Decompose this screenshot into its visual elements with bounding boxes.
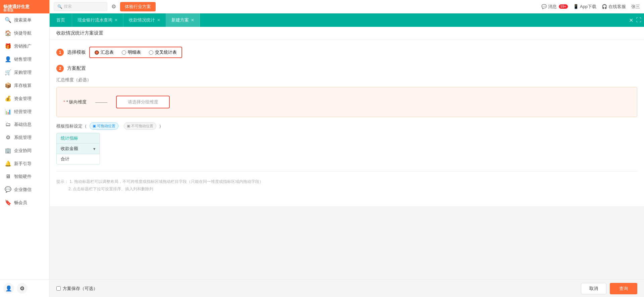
message-item[interactable]: 💬 消息 99+ <box>541 4 568 10</box>
online-service-item[interactable]: 🎧 在线客服 <box>602 4 626 10</box>
template-radio-group: 汇总表 明细表 交叉统计表 <box>89 47 182 58</box>
settings-gear-icon[interactable]: ⚙ <box>110 3 117 10</box>
sidebar-item-wechat[interactable]: 💬 企业微信 <box>0 183 49 196</box>
dimension-selector[interactable]: 请选择分组维度 <box>116 96 170 108</box>
sidebar-item-operations[interactable]: 📊 经营管理 <box>0 105 49 118</box>
metrics-section: 模板指标设定（ ▣ 可拖动位置 ▣ 不可拖动位置 ） <box>56 122 637 164</box>
sidebar-label-marketing: 营销推广 <box>14 43 32 49</box>
basic-info-icon: 🗂 <box>5 121 11 128</box>
maximize-icon[interactable]: ⛶ <box>636 17 641 23</box>
app-download-item[interactable]: 📱 App下载 <box>573 4 596 10</box>
bottom-bar: 方案保存（可选） 取消 查询 <box>50 280 644 297</box>
close-window-icon[interactable]: ✕ <box>629 17 633 23</box>
sidebar-item-inventory[interactable]: 📦 库存核算 <box>0 79 49 92</box>
metric-dropdown-icon[interactable]: ▾ <box>93 146 96 151</box>
message-icon: 💬 <box>541 4 547 9</box>
tab-payment-stats[interactable]: 收款情况统计✕ <box>123 13 166 27</box>
tab-label-payment-stats: 收款情况统计 <box>129 17 155 23</box>
radio-cross-label: 交叉统计表 <box>155 49 177 55</box>
radio-cross[interactable]: 交叉统计表 <box>149 49 177 55</box>
radio-summary[interactable]: 汇总表 <box>95 49 114 55</box>
radio-detail[interactable]: 明细表 <box>122 49 141 55</box>
tip-2: 2. 点击标题栏下拉可设置排序、插入列和删除列 <box>56 186 637 193</box>
sidebar-item-sales[interactable]: 👤 销售管理 <box>0 53 49 66</box>
tip-1: 提示： 1. 拖动标题栏可以调整布局，不可跨维度或指标区域拖动栏目字段（只能在同… <box>56 178 637 186</box>
settings-icon[interactable]: ⚙ <box>17 283 28 294</box>
tab-label-home: 首页 <box>56 17 65 23</box>
sidebar-label-hardware: 智能硬件 <box>14 174 32 180</box>
topbar-right: 💬 消息 99+ 📱 App下载 🎧 在线客服 张三 <box>541 4 640 10</box>
search-placeholder-text: 搜索 <box>64 4 72 9</box>
service-label: 在线客服 <box>608 4 626 10</box>
tab-home[interactable]: 首页 <box>50 13 72 27</box>
sidebar-bottom: 👤 ⚙ <box>0 279 49 297</box>
save-checkbox[interactable] <box>56 286 61 291</box>
metric-subtotal-row: 合计 <box>57 154 100 164</box>
sidebar-item-marketing[interactable]: 🎁 营销推广 <box>0 40 49 53</box>
service-icon: 🎧 <box>602 4 607 9</box>
sidebar-item-finance[interactable]: 💰 资金管理 <box>0 92 49 105</box>
stat-label: 统计指标 <box>61 135 78 141</box>
tab-close-bank-flow[interactable]: ✕ <box>114 18 118 22</box>
sidebar-label-purchase: 采购管理 <box>14 69 32 76</box>
sidebar-label-wechat: 企业微信 <box>14 187 32 193</box>
radio-summary-label: 汇总表 <box>101 49 114 55</box>
metrics-header-label: 模板指标设定（ <box>56 123 87 129</box>
sidebar-item-guide[interactable]: 🔔 新手引导 <box>0 157 49 170</box>
step1-title: 选择模板 <box>67 49 86 55</box>
tab-bank-flow[interactable]: 现金银行流水查询✕ <box>72 13 123 27</box>
tab-close-new-plan[interactable]: ✕ <box>191 18 194 22</box>
sidebar-item-basic-info[interactable]: 🗂 基础信息 <box>0 118 49 131</box>
user-avatar[interactable]: 👤 <box>3 283 14 294</box>
sidebar-item-quick-nav[interactable]: 🏠 快捷导航 <box>0 27 49 40</box>
tabbar: 首页现金银行流水查询✕收款情况统计✕新建方案✕ ✕ ⛶ <box>50 13 644 27</box>
sidebar-item-enterprise[interactable]: 🏢 企业协同 <box>0 144 49 157</box>
tab-label-bank-flow: 现金银行流水查询 <box>77 17 112 23</box>
search-icon: 🔍 <box>5 17 11 23</box>
industry-solution-button[interactable]: 体验行业方案 <box>120 2 156 11</box>
tips-area: 提示： 1. 拖动标题栏可以调整布局，不可跨维度或指标区域拖动栏目字段（只能在同… <box>56 178 637 193</box>
sidebar-item-search[interactable]: 🔍 搜索菜单 <box>0 13 49 27</box>
tab-new-plan[interactable]: 新建方案✕ <box>166 13 200 27</box>
download-icon: 📱 <box>573 4 579 9</box>
hardware-icon: 🖥 <box>5 174 11 180</box>
content-area: 收款情况统计方案设置 1 选择模板 汇总表 明细表 <box>50 27 644 280</box>
sidebar-item-member[interactable]: 🔖 畅会员 <box>0 196 49 209</box>
sidebar-item-system[interactable]: ⚙ 系统管理 <box>0 131 49 144</box>
step1-num: 1 <box>56 49 64 56</box>
radio-cross-input[interactable] <box>149 50 153 55</box>
step1-section: 1 选择模板 汇总表 明细表 交叉统计表 <box>56 47 637 58</box>
config-section: 汇总维度（必选） * * 纵向维度 —— 请选择分组维度 模板指标设定（ <box>56 77 637 164</box>
bottom-right-buttons: 取消 查询 <box>581 283 637 294</box>
divider <box>56 171 637 171</box>
dimension-arrow: —— <box>95 99 107 106</box>
cancel-button[interactable]: 取消 <box>581 283 606 294</box>
marketing-icon: 🎁 <box>5 43 11 49</box>
query-button[interactable]: 查询 <box>610 283 637 294</box>
step1-header: 1 选择模板 汇总表 明细表 交叉统计表 <box>56 47 637 58</box>
user-name-item[interactable]: 张三 <box>631 4 640 10</box>
system-icon: ⚙ <box>5 134 11 141</box>
sales-icon: 👤 <box>5 56 11 62</box>
undraggable-tag: ▣ 不可拖动位置 <box>124 122 156 130</box>
save-option: 方案保存（可选） <box>56 286 98 292</box>
search-icon: 🔍 <box>57 4 62 9</box>
radio-detail-input[interactable] <box>122 50 126 55</box>
sidebar-label-quick-nav: 快捷导航 <box>14 30 32 36</box>
message-badge: 99+ <box>559 4 568 9</box>
topbar-search-box[interactable]: 🔍 搜索 <box>54 2 107 11</box>
operations-icon: 📊 <box>5 108 11 115</box>
tab-label-new-plan: 新建方案 <box>171 17 189 23</box>
sidebar-item-hardware[interactable]: 🖥 智能硬件 <box>0 170 49 183</box>
tab-close-payment-stats[interactable]: ✕ <box>157 18 160 22</box>
radio-detail-label: 明细表 <box>128 49 141 55</box>
radio-summary-input[interactable] <box>95 50 99 55</box>
purchase-icon: 🛒 <box>5 69 11 76</box>
finance-icon: 💰 <box>5 95 11 102</box>
draggable-tag: ▣ 可拖动位置 <box>90 122 118 130</box>
metric-subtotal-text: 合计 <box>61 156 69 161</box>
sidebar-label-finance: 资金管理 <box>14 96 32 102</box>
step2-title: 方案配置 <box>67 65 86 71</box>
sidebar-label-operations: 经营管理 <box>14 109 32 115</box>
sidebar-item-purchase[interactable]: 🛒 采购管理 <box>0 66 49 79</box>
